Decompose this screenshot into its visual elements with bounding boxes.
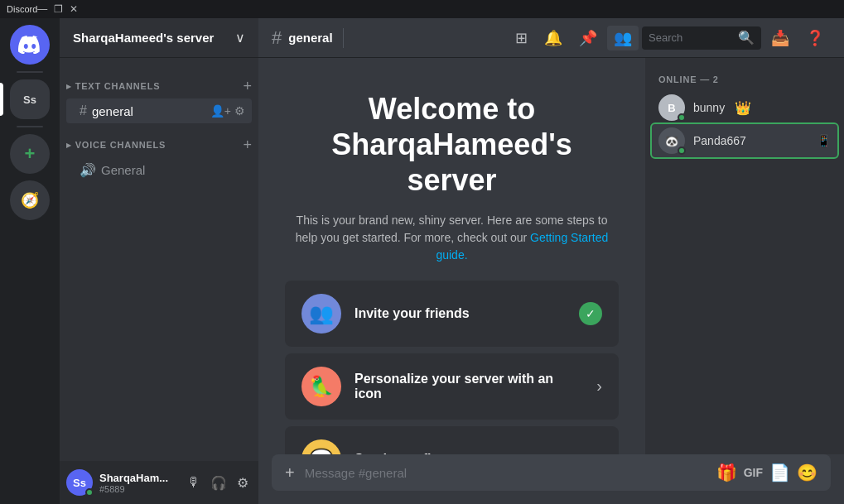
member-name-panda667: Panda667 [693,134,746,147]
thread-icon[interactable]: ⊞ [509,26,534,50]
member-online-dot-panda667 [678,146,686,155]
content-area: Welcome toSharqaHameed's server This is … [258,58,844,454]
server-initials: Ss [23,94,36,106]
title-bar: Discord — ❐ ✕ [0,0,844,18]
settings-icon[interactable]: ⚙ [234,104,245,118]
add-server-button[interactable]: + [10,134,50,174]
steps-container: 👥 Invite your friends ✓ 🦜 Personalize yo… [258,281,645,454]
avatar: Ss [66,469,93,496]
message-input[interactable] [305,466,707,480]
personalize-emoji: 🦜 [309,375,334,398]
titlebar-controls: — ❐ ✕ [37,3,78,15]
user-discriminator: #5889 [99,484,177,494]
channel-general[interactable]: # general 👤+ ⚙ [66,98,252,123]
member-badge-crown: 👑 [735,100,751,116]
user-controls: 🎙 🎧 ⚙ [184,472,252,494]
help-icon[interactable]: ❓ [799,26,831,50]
message-icon-bg: 💬 [301,439,341,454]
member-panda667[interactable]: 🐼 Panda667 📱 [652,124,837,157]
add-text-channel-button[interactable]: + [243,78,252,95]
server-name: SharqaHameed's server [73,31,214,45]
step-send-message[interactable]: 💬 Send your first message › [285,426,619,454]
server-sidebar: Ss + 🧭 [0,18,60,504]
explore-button[interactable]: 🧭 [10,180,50,220]
personalize-icon-bg: 🦜 [301,367,341,406]
invite-icon-bg: 👥 [301,294,341,334]
notification-icon[interactable]: 🔔 [538,26,569,50]
titlebar-title: Discord [7,4,37,14]
messages-area: Welcome toSharqaHameed's server This is … [258,58,645,454]
message-emoji: 💬 [309,448,334,454]
discord-home-button[interactable] [10,25,50,65]
channel-sidebar: SharqaHameed's server ∨ ▸ TEXT CHANNELS … [60,18,258,504]
online-members-label: ONLINE — 2 [652,71,837,91]
message-input-box: + 🎁 GIF 📄 😊 [272,454,831,491]
voice-channels-label: ▸ VOICE CHANNELS [66,140,166,151]
channel-name-general-voice: General [101,163,245,177]
member-name-bunny: bunny [693,101,725,114]
headphones-icon[interactable]: 🎧 [207,472,230,494]
status-dot-online [85,488,94,497]
search-box[interactable]: 🔍 [642,26,761,50]
gif-icon[interactable]: GIF [744,466,763,479]
step-completed-check: ✓ [579,302,602,325]
server-divider-2 [17,126,43,127]
text-channels-category: ▸ TEXT CHANNELS + [60,65,258,98]
member-online-dot-bunny [678,113,686,122]
mobile-icon: 📱 [817,134,831,147]
welcome-section: Welcome toSharqaHameed's server This is … [258,58,645,281]
channel-hash-icon: # [272,27,282,49]
user-panel: Ss SharqaHam... #5889 🎙 🎧 ⚙ [60,461,258,504]
dropdown-icon: ∨ [235,30,245,46]
gift-icon[interactable]: 🎁 [716,463,737,482]
header-divider [343,28,344,48]
member-avatar-panda667: 🐼 [658,127,685,154]
step-personalize[interactable]: 🦜 Personalize your server with an icon › [285,353,619,420]
main-content: # general ⊞ 🔔 📌 👥 🔍 📥 ❓ [258,18,844,504]
search-icon: 🔍 [738,30,755,46]
sticker-icon[interactable]: 📄 [769,463,790,482]
members-sidebar: ONLINE — 2 B bunny 👑 🐼 Pand [645,58,844,454]
text-channel-icon: # [80,103,87,118]
input-right-buttons: 🎁 GIF 📄 😊 [716,463,817,482]
inbox-icon[interactable]: 📥 [764,26,796,50]
current-server-icon[interactable]: Ss [10,79,50,119]
header-actions: ⊞ 🔔 📌 👥 🔍 📥 ❓ [509,26,831,50]
voice-channels-category: ▸ VOICE CHANNELS + [60,123,258,157]
pin-icon[interactable]: 📌 [572,26,604,50]
welcome-title: Welcome toSharqaHameed's server [285,91,619,199]
invite-icon[interactable]: 👤+ [210,104,231,118]
minimize-button[interactable]: — [37,3,47,15]
channel-actions: 👤+ ⚙ [210,104,245,118]
username: SharqaHam... [99,472,177,484]
member-avatar-bunny: B [658,94,685,121]
close-button[interactable]: ✕ [70,3,78,15]
add-voice-channel-button[interactable]: + [243,137,252,154]
maximize-button[interactable]: ❐ [54,3,63,15]
channel-header-name: general [288,31,332,45]
chevron-right-icon: › [596,377,602,396]
text-channels-label: ▸ TEXT CHANNELS [66,81,160,92]
add-attachment-button[interactable]: + [285,463,295,482]
step-invite-label: Invite your friends [354,306,566,321]
welcome-description: This is your brand new, shiny server. He… [295,212,610,264]
voice-channel-icon: 🔊 [80,162,96,178]
message-input-area: + 🎁 GIF 📄 😊 [258,454,844,504]
member-bunny[interactable]: B bunny 👑 [652,91,837,124]
user-info: SharqaHam... #5889 [99,472,177,494]
channel-name-general: general [92,104,205,118]
microphone-icon[interactable]: 🎙 [184,472,204,494]
channel-general-voice[interactable]: 🔊 General [66,157,252,183]
emoji-icon[interactable]: 😊 [797,463,817,482]
channel-header: # general ⊞ 🔔 📌 👥 🔍 📥 ❓ [258,18,844,58]
search-input[interactable] [649,31,735,44]
members-icon[interactable]: 👥 [607,26,639,50]
invite-emoji: 👥 [309,302,334,325]
channel-list: ▸ TEXT CHANNELS + # general 👤+ ⚙ ▸ VOICE… [60,58,258,461]
user-settings-icon[interactable]: ⚙ [234,472,252,494]
step-invite-friends[interactable]: 👥 Invite your friends ✓ [285,281,619,347]
step-personalize-label: Personalize your server with an icon [354,372,583,401]
server-divider [17,71,43,73]
server-header[interactable]: SharqaHameed's server ∨ [60,18,258,58]
